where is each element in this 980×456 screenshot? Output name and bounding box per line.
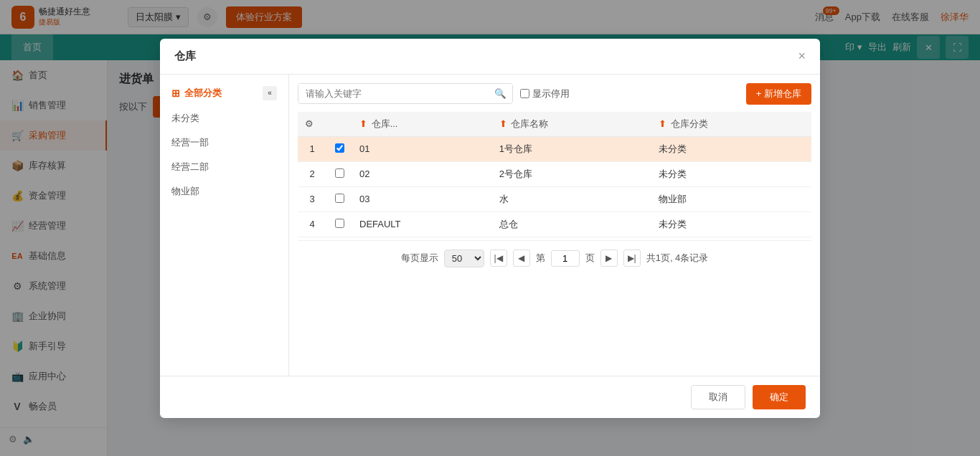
row-code: 02 bbox=[352, 161, 492, 186]
row-category: 物业部 bbox=[651, 186, 811, 212]
all-categories-header[interactable]: ⊞ 全部分类 « bbox=[160, 80, 288, 106]
search-box: 🔍 bbox=[298, 83, 513, 104]
row-code: DEFAULT bbox=[352, 212, 492, 237]
table-row[interactable]: 4 DEFAULT 总仓 未分类 bbox=[298, 212, 811, 237]
row-category: 未分类 bbox=[651, 161, 811, 186]
table-panel: 🔍 显示停用 + 新增仓库 ⚙ ⬆ bbox=[289, 75, 820, 376]
row-name: 水 bbox=[492, 186, 652, 212]
cancel-button[interactable]: 取消 bbox=[691, 385, 745, 409]
show-disabled-text: 显示停用 bbox=[532, 87, 570, 100]
modal-title: 仓库 bbox=[174, 49, 196, 63]
row-checkbox[interactable] bbox=[326, 136, 352, 161]
warehouse-table: ⚙ ⬆ 仓库... ⬆ 仓库名称 ⬆ bbox=[298, 112, 811, 237]
search-input[interactable] bbox=[298, 84, 489, 103]
modal-body: ⊞ 全部分类 « 未分类 经营一部 经营二部 物业部 bbox=[160, 75, 820, 376]
warehouse-modal: 仓库 × ⊞ 全部分类 « 未分类 经营一部 经营二部 bbox=[160, 39, 820, 418]
col-name-label: 仓库名称 bbox=[511, 118, 548, 129]
page-label: 第 bbox=[536, 252, 545, 265]
show-disabled-label[interactable]: 显示停用 bbox=[520, 87, 570, 100]
col-name[interactable]: ⬆ 仓库名称 bbox=[492, 112, 652, 137]
category-label: 经营一部 bbox=[171, 137, 209, 148]
add-warehouse-button[interactable]: + 新增仓库 bbox=[746, 83, 811, 105]
row-code: 01 bbox=[352, 136, 492, 161]
col-gear[interactable]: ⚙ bbox=[298, 112, 326, 137]
table-toolbar: 🔍 显示停用 + 新增仓库 bbox=[298, 83, 811, 105]
modal-footer: 取消 确定 bbox=[160, 376, 820, 418]
table-row[interactable]: 3 03 水 物业部 bbox=[298, 186, 811, 212]
col-category-label: 仓库分类 bbox=[671, 118, 708, 129]
table-row[interactable]: 2 02 2号仓库 未分类 bbox=[298, 161, 811, 186]
sort-icon-code: ⬆ bbox=[359, 118, 367, 129]
row-num: 4 bbox=[298, 212, 326, 237]
search-button[interactable]: 🔍 bbox=[489, 84, 512, 103]
collapse-panel-button[interactable]: « bbox=[263, 86, 277, 100]
row-num: 2 bbox=[298, 161, 326, 186]
all-categories-label: 全部分类 bbox=[184, 87, 222, 100]
show-disabled-checkbox[interactable] bbox=[520, 89, 529, 98]
category-item-ops2[interactable]: 经营二部 bbox=[160, 155, 288, 179]
category-item-ops1[interactable]: 经营一部 bbox=[160, 130, 288, 155]
row-code: 03 bbox=[352, 186, 492, 212]
category-label: 经营二部 bbox=[171, 161, 209, 172]
category-item-property[interactable]: 物业部 bbox=[160, 179, 288, 204]
row-name: 总仓 bbox=[492, 212, 652, 237]
category-label: 未分类 bbox=[171, 113, 199, 123]
modal-overlay: 仓库 × ⊞ 全部分类 « 未分类 经营一部 经营二部 bbox=[0, 0, 980, 456]
page-summary: 共1页, 4条记录 bbox=[646, 252, 709, 265]
category-label: 物业部 bbox=[171, 186, 199, 196]
last-page-button[interactable]: ▶| bbox=[623, 250, 641, 267]
row-name: 2号仓库 bbox=[492, 161, 652, 186]
sort-icon-cat: ⬆ bbox=[659, 118, 666, 129]
page-number-input[interactable] bbox=[551, 250, 580, 267]
row-num: 3 bbox=[298, 186, 326, 212]
grid-icon: ⊞ bbox=[171, 87, 180, 99]
table-row[interactable]: 1 01 1号仓库 未分类 bbox=[298, 136, 811, 161]
per-page-label: 每页显示 bbox=[401, 252, 438, 265]
col-category[interactable]: ⬆ 仓库分类 bbox=[651, 112, 811, 137]
per-page-select[interactable]: 50 10 20 100 bbox=[444, 250, 484, 267]
confirm-button[interactable]: 确定 bbox=[753, 385, 806, 409]
row-name: 1号仓库 bbox=[492, 136, 652, 161]
next-page-button[interactable]: ▶ bbox=[600, 250, 618, 267]
row-category: 未分类 bbox=[651, 212, 811, 237]
row-category: 未分类 bbox=[651, 136, 811, 161]
col-checkbox bbox=[326, 112, 352, 137]
modal-close-button[interactable]: × bbox=[798, 49, 806, 64]
pagination: 每页显示 50 10 20 100 |◀ ◀ 第 页 ▶ ▶| 共1页, 4条记… bbox=[298, 240, 811, 276]
row-checkbox[interactable] bbox=[326, 161, 352, 186]
row-checkbox[interactable] bbox=[326, 212, 352, 237]
modal-header: 仓库 × bbox=[160, 39, 820, 75]
category-panel: ⊞ 全部分类 « 未分类 经营一部 经营二部 物业部 bbox=[160, 75, 289, 376]
row-num: 1 bbox=[298, 136, 326, 161]
row-checkbox[interactable] bbox=[326, 186, 352, 212]
col-code-label: 仓库... bbox=[372, 118, 398, 129]
first-page-button[interactable]: |◀ bbox=[490, 250, 507, 267]
page-label-end: 页 bbox=[585, 252, 595, 265]
prev-page-button[interactable]: ◀ bbox=[513, 250, 530, 267]
col-code[interactable]: ⬆ 仓库... bbox=[352, 112, 492, 137]
sort-icon-name: ⬆ bbox=[499, 118, 507, 129]
category-item-uncat[interactable]: 未分类 bbox=[160, 106, 288, 130]
